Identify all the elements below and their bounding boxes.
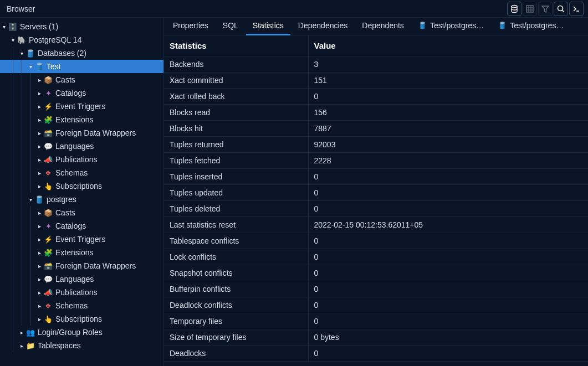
chevron-right-icon[interactable]: ▸ [35,90,43,96]
tree-node[interactable]: ▸✦Catalogs [0,219,163,233]
chevron-right-icon[interactable]: ▸ [35,290,43,296]
db-gold-icon: 🛢️ [34,63,44,71]
tree-node[interactable]: ▾🛢️Test [0,60,163,73]
tree-node-label: Event Triggers [55,235,105,244]
tab-label: Dependencies [298,21,348,30]
tree-node[interactable]: ▸💬Languages [0,272,163,286]
tab-label: SQL [223,21,238,30]
browser-title: Browser [0,4,42,13]
chevron-right-icon[interactable]: ▸ [35,157,43,163]
tree-node[interactable]: ▸👆Subscriptions [0,312,163,326]
chevron-down-icon[interactable]: ▾ [0,24,8,30]
table-row: Deadlocks0 [164,346,588,362]
sub-icon: 👆 [43,182,53,190]
stat-value: 2022-02-15 00:12:53.62011+05 [308,217,588,233]
stat-name: Snapshot conflicts [164,265,308,281]
stat-name: Lock conflicts [164,249,308,265]
stat-name: Tuples fetched [164,153,308,169]
stat-name: Blocks hit [164,121,308,137]
tree-node[interactable]: ▸📣Publications [0,153,163,166]
chevron-down-icon[interactable]: ▾ [9,37,17,43]
tree-node[interactable]: ▸❖Schemas [0,166,163,179]
chevron-right-icon[interactable]: ▸ [35,104,43,110]
chevron-right-icon[interactable]: ▸ [35,117,43,123]
table-row: Tuples inserted0 [164,169,588,185]
catalog-icon: ✦ [43,222,53,230]
chevron-right-icon[interactable]: ▸ [35,170,43,176]
pub-icon: 📣 [43,288,53,297]
chevron-right-icon[interactable]: ▸ [18,329,25,336]
tree-node-label: Casts [55,75,75,84]
terminal-icon[interactable] [569,2,584,16]
tree-node[interactable]: ▸👥Login/Group Roles [0,326,163,339]
tree-node[interactable]: ▸📦Casts [0,206,163,219]
tree-node[interactable]: ▾🗄️Servers (1) [0,20,163,33]
trigger-icon: ⚡ [43,235,53,244]
chevron-right-icon[interactable]: ▸ [18,343,25,349]
tab[interactable]: Statistics [246,18,290,35]
tab[interactable]: Dependencies [292,18,355,35]
chevron-down-icon[interactable]: ▾ [27,197,34,203]
chevron-right-icon[interactable]: ▸ [35,276,43,282]
tree-node-label: Extensions [55,248,93,257]
search-icon[interactable] [554,2,568,16]
db-icon: 🛢️ [418,22,427,29]
table-row: Bufferpin conflicts0 [164,281,588,297]
chevron-right-icon[interactable]: ▸ [35,223,43,229]
tree-node[interactable]: ▾🐘PostgreSQL 14 [0,33,163,47]
tree-node-label: Catalogs [55,89,86,97]
tree-node[interactable]: ▸📁Tablespaces [0,339,163,352]
stat-value: 0 [308,169,588,185]
chevron-right-icon[interactable]: ▸ [35,263,43,269]
stat-value: 0 [308,233,588,249]
stat-value: 3 [308,56,588,73]
stat-name: Tuples returned [164,137,308,153]
table-row: Tablespace conflicts0 [164,233,588,249]
tree-node[interactable]: ▸❖Schemas [0,299,163,312]
chevron-right-icon[interactable]: ▸ [35,210,43,216]
stat-value: 0 bytes [308,329,588,346]
table-row: Xact rolled back0 [164,89,588,105]
chevron-right-icon[interactable]: ▸ [35,236,43,243]
tree-node[interactable]: ▸📣Publications [0,286,163,299]
tab[interactable]: 🛢️Test/postgres… [492,18,570,35]
tree-node[interactable]: ▸📦Casts [0,73,163,86]
tab[interactable]: Dependents [355,18,411,35]
tree-node-label: PostgreSQL 14 [29,35,81,44]
tree-node[interactable]: ▸💬Languages [0,140,163,153]
db-icon[interactable] [507,2,521,16]
chevron-right-icon[interactable]: ▸ [35,316,43,322]
tree-node[interactable]: ▸🗃️Foreign Data Wrappers [0,259,163,272]
tree-node[interactable]: ▸✦Catalogs [0,86,163,100]
tree-node[interactable]: ▸⚡Event Triggers [0,100,163,113]
tree-node-label: Publications [55,288,98,297]
tree-node[interactable]: ▸🗃️Foreign Data Wrappers [0,126,163,140]
tree-node[interactable]: ▾🛢️postgres [0,193,163,206]
chevron-down-icon[interactable]: ▾ [27,64,34,70]
tree-node-label: Schemas [55,168,88,177]
svg-rect-1 [526,6,533,12]
svg-point-0 [512,5,517,7]
tree-node[interactable]: ▾🛢️Databases (2) [0,47,163,60]
chevron-down-icon[interactable]: ▾ [18,50,25,56]
tree-node[interactable]: ▸🧩Extensions [0,113,163,126]
fdw-icon: 🗃️ [43,262,53,270]
tree-node-label: Publications [55,155,98,164]
tab[interactable]: 🛢️Test/postgres… [412,18,490,35]
tree-node[interactable]: ▸⚡Event Triggers [0,233,163,246]
stat-value: 0 [308,185,588,201]
tree-node[interactable]: ▸👆Subscriptions [0,179,163,193]
tab[interactable]: Properties [166,18,215,35]
chevron-right-icon[interactable]: ▸ [35,143,43,150]
tree-node[interactable]: ▸🧩Extensions [0,246,163,259]
tree-node-label: Extensions [55,115,93,124]
stat-name: Xact rolled back [164,89,308,105]
tab[interactable]: SQL [216,18,245,35]
chevron-right-icon[interactable]: ▸ [35,183,43,189]
chevron-right-icon[interactable]: ▸ [35,77,43,83]
chevron-right-icon[interactable]: ▸ [35,130,43,136]
chevron-right-icon[interactable]: ▸ [35,303,43,309]
tree-node-label: Test [47,62,61,71]
chevron-right-icon[interactable]: ▸ [35,250,43,256]
tree-node-label: Databases (2) [38,49,86,58]
